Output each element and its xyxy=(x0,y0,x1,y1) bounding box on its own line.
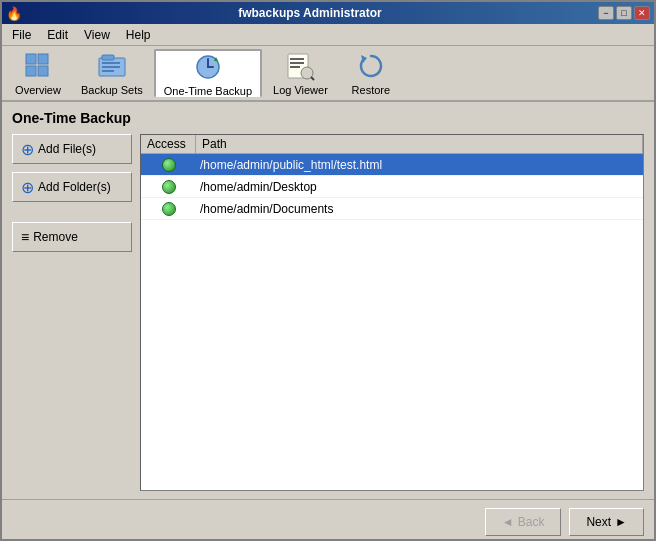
svg-rect-8 xyxy=(102,70,114,72)
overview-label: Overview xyxy=(15,84,61,96)
backup-sets-label: Backup Sets xyxy=(81,84,143,96)
log-viewer-label: Log Viewer xyxy=(273,84,328,96)
backup-sets-icon xyxy=(96,50,128,82)
svg-rect-13 xyxy=(290,66,300,68)
access-cell xyxy=(141,158,196,172)
toolbar-btn-backup-sets[interactable]: Backup Sets xyxy=(72,49,152,97)
access-ok-icon xyxy=(162,202,176,216)
log-viewer-icon xyxy=(284,50,316,82)
menu-edit[interactable]: Edit xyxy=(41,27,74,43)
add-files-label: Add File(s) xyxy=(38,142,96,156)
file-path: /home/admin/Desktop xyxy=(196,180,643,194)
add-files-button[interactable]: ⊕ Add File(s) xyxy=(12,134,132,164)
minimize-button[interactable]: − xyxy=(598,6,614,20)
toolbar-btn-log-viewer[interactable]: Log Viewer xyxy=(264,49,337,97)
file-path: /home/admin/public_html/test.html xyxy=(196,158,643,172)
remove-icon: ≡ xyxy=(21,229,29,245)
window-title: fwbackups Administrator xyxy=(22,6,598,20)
file-list-scroll[interactable]: /home/admin/public_html/test.html /home/… xyxy=(141,154,643,490)
add-folders-icon: ⊕ xyxy=(21,178,34,197)
table-row[interactable]: /home/admin/public_html/test.html xyxy=(141,154,643,176)
menubar: File Edit View Help xyxy=(2,24,654,46)
table-row[interactable]: /home/admin/Documents xyxy=(141,198,643,220)
menu-view[interactable]: View xyxy=(78,27,116,43)
svg-rect-0 xyxy=(26,54,36,64)
svg-rect-12 xyxy=(290,62,304,64)
add-folders-button[interactable]: ⊕ Add Folder(s) xyxy=(12,172,132,202)
one-time-backup-label: One-Time Backup xyxy=(164,85,252,97)
col-header-path: Path xyxy=(196,135,643,153)
main-area: ⊕ Add File(s) ⊕ Add Folder(s) ≡ Remove A… xyxy=(12,134,644,491)
toolbar-btn-overview[interactable]: Overview xyxy=(6,49,70,97)
svg-rect-7 xyxy=(102,66,120,68)
one-time-backup-icon xyxy=(192,51,224,83)
next-button[interactable]: Next ► xyxy=(569,508,644,536)
toolbar-btn-one-time-backup[interactable]: One-Time Backup xyxy=(154,49,262,97)
back-button[interactable]: ◄ Back xyxy=(485,508,562,536)
left-buttons: ⊕ Add File(s) ⊕ Add Folder(s) ≡ Remove xyxy=(12,134,132,491)
svg-line-15 xyxy=(311,77,314,80)
svg-rect-1 xyxy=(38,54,48,64)
toolbar: Overview Backup Sets One-Time Backup xyxy=(2,46,654,102)
file-list-container: Access Path /home/admin/public_html/test… xyxy=(140,134,644,491)
next-icon: ► xyxy=(615,515,627,529)
content-area: One-Time Backup ⊕ Add File(s) ⊕ Add Fold… xyxy=(2,102,654,499)
access-cell xyxy=(141,202,196,216)
titlebar: 🔥 fwbackups Administrator − □ ✕ xyxy=(2,2,654,24)
file-path: /home/admin/Documents xyxy=(196,202,643,216)
remove-button[interactable]: ≡ Remove xyxy=(12,222,132,252)
back-label: Back xyxy=(518,515,545,529)
access-cell xyxy=(141,180,196,194)
restore-icon xyxy=(355,50,387,82)
menu-help[interactable]: Help xyxy=(120,27,157,43)
svg-rect-6 xyxy=(102,62,120,64)
overview-icon xyxy=(22,50,54,82)
remove-label: Remove xyxy=(33,230,78,244)
next-label: Next xyxy=(586,515,611,529)
svg-rect-5 xyxy=(102,55,114,60)
add-folders-label: Add Folder(s) xyxy=(38,180,111,194)
menu-file[interactable]: File xyxy=(6,27,37,43)
file-list-header: Access Path xyxy=(141,135,643,154)
bottom-bar: ◄ Back Next ► xyxy=(2,499,654,541)
svg-rect-2 xyxy=(26,66,36,76)
toolbar-btn-restore[interactable]: Restore xyxy=(339,49,403,97)
add-files-icon: ⊕ xyxy=(21,140,34,159)
maximize-button[interactable]: □ xyxy=(616,6,632,20)
close-button[interactable]: ✕ xyxy=(634,6,650,20)
page-title: One-Time Backup xyxy=(12,110,644,126)
access-ok-icon xyxy=(162,180,176,194)
titlebar-icon: 🔥 xyxy=(6,6,22,21)
svg-rect-3 xyxy=(38,66,48,76)
restore-label: Restore xyxy=(352,84,391,96)
table-row[interactable]: /home/admin/Desktop xyxy=(141,176,643,198)
access-ok-icon xyxy=(162,158,176,172)
svg-rect-11 xyxy=(290,58,304,60)
col-header-access: Access xyxy=(141,135,196,153)
titlebar-controls: − □ ✕ xyxy=(598,6,650,20)
back-icon: ◄ xyxy=(502,515,514,529)
